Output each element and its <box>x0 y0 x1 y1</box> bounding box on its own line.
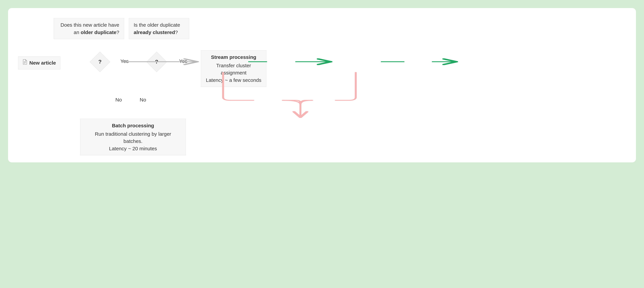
q1-line1: Does this new article have <box>60 22 119 28</box>
batch-line2: Latency ~ 20 minutes <box>109 146 157 151</box>
q2-line1: Is the older duplicate <box>134 22 180 28</box>
decision-1-mark: ? <box>96 59 103 65</box>
q2-line2-bold: already clustered <box>134 30 175 35</box>
q1-line2-bold: older duplicate <box>81 30 116 35</box>
q1-line2-pre: an <box>74 30 81 35</box>
stream-line2: Latency ~ a few seconds <box>206 77 261 83</box>
q2-line2-post: ? <box>175 30 178 35</box>
document-icon <box>23 59 27 66</box>
stream-line1: Transfer cluster assignment <box>216 63 251 76</box>
question-box-1: Does this new article have an older dupl… <box>54 18 124 39</box>
q1-line2-post: ? <box>116 30 119 35</box>
edge-no-2: No <box>140 97 146 103</box>
edge-yes-2: Yes <box>179 58 187 64</box>
edge-no-1: No <box>116 97 122 103</box>
batch-line1: Run traditional clustering by larger bat… <box>95 131 171 144</box>
edge-yes-1: Yes <box>120 58 129 64</box>
flow-diagram: Does this new article have an older dupl… <box>8 8 636 162</box>
start-node: New article <box>18 56 60 70</box>
stream-title: Stream processing <box>206 54 262 61</box>
batch-title: Batch processing <box>85 122 181 129</box>
question-box-2: Is the older duplicate already clustered… <box>129 18 189 39</box>
stream-result: Stream processing Transfer cluster assig… <box>201 50 266 87</box>
decision-2-mark: ? <box>153 59 160 65</box>
start-label: New article <box>29 59 56 66</box>
batch-result: Batch processing Run traditional cluster… <box>80 119 186 155</box>
